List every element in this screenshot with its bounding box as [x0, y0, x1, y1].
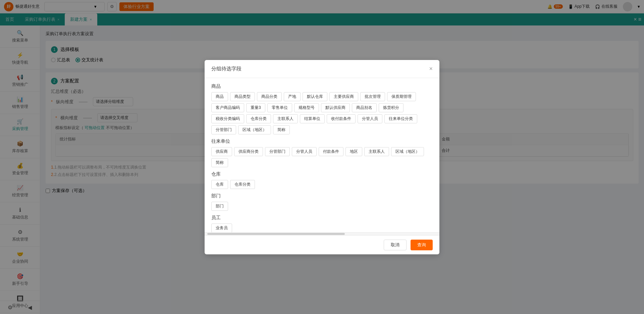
- contact-fields: 供应商 供应商分类 分管部门 分管人员 付款条件 地区 主联系人 区域（地区） …: [211, 147, 433, 167]
- modal-footer: 取消 查询: [205, 235, 439, 254]
- modal-overlay: 分组待选字段 × 商品 商品 商品类型 商品分类 产地 默认仓库 主要供应商 批…: [0, 0, 644, 314]
- field-chip-contact-abbr[interactable]: 简称: [211, 158, 228, 167]
- field-chip-contact-category[interactable]: 往来单位分类: [384, 114, 417, 123]
- modal-title: 分组待选字段: [211, 66, 241, 72]
- field-chip-refine-points[interactable]: 炼货积分: [379, 103, 404, 112]
- field-chip-contact-area[interactable]: 区域（地区）: [391, 147, 424, 156]
- field-chip-tax-code[interactable]: 税收分类编码: [211, 114, 244, 123]
- field-chip-main-supplier[interactable]: 主要供应商: [329, 92, 358, 101]
- section-title-employee: 员工: [211, 215, 433, 221]
- field-chip-payment-terms[interactable]: 收付款条件: [327, 114, 356, 123]
- section-title-warehouse: 仓库: [211, 171, 433, 177]
- section-title-contact: 往来单位: [211, 138, 433, 144]
- field-chip-supervisor[interactable]: 分管人员: [358, 114, 382, 123]
- field-chip-warehouse-category[interactable]: 仓库分类: [246, 114, 271, 123]
- confirm-button[interactable]: 查询: [411, 240, 433, 250]
- modal-header: 分组待选字段 ×: [205, 60, 439, 78]
- modal-horizontal-scrollbar[interactable]: [205, 232, 439, 235]
- warehouse-fields: 仓库 仓库分类: [211, 180, 433, 189]
- field-chip-contact-dept[interactable]: 分管部门: [265, 147, 290, 156]
- cancel-button[interactable]: 取消: [384, 240, 407, 250]
- field-chip-settlement-unit[interactable]: 结算单位: [300, 114, 325, 123]
- field-chip-contact-region[interactable]: 地区: [345, 147, 362, 156]
- field-chip-contact-payment[interactable]: 付款条件: [319, 147, 343, 156]
- field-chip-contact-main-contact[interactable]: 主联系人: [364, 147, 389, 156]
- field-chip-origin[interactable]: 产地: [284, 92, 301, 101]
- field-chip-dept[interactable]: 部门: [211, 202, 228, 211]
- field-chip-supplier-category[interactable]: 供应商分类: [234, 147, 263, 156]
- section-title-dept: 部门: [211, 193, 433, 199]
- dept-fields: 部门: [211, 202, 433, 211]
- employee-fields: 业务员: [211, 224, 433, 233]
- field-chip-customer-code[interactable]: 客户商品编码: [211, 103, 244, 112]
- field-chip-product-type[interactable]: 商品类型: [230, 92, 255, 101]
- modal-dialog: 分组待选字段 × 商品 商品 商品类型 商品分类 产地 默认仓库 主要供应商 批…: [205, 60, 439, 254]
- field-chip-contact-supervisor[interactable]: 分管人员: [292, 147, 317, 156]
- section-title-product: 商品: [211, 83, 433, 89]
- field-chip-abbr[interactable]: 简称: [273, 125, 290, 134]
- field-chip-supplier[interactable]: 供应商: [211, 147, 232, 156]
- field-chip-weight3[interactable]: 重量3: [246, 103, 265, 112]
- field-chip-retail-unit[interactable]: 零售单位: [267, 103, 292, 112]
- field-chip-product[interactable]: 商品: [211, 92, 228, 101]
- modal-close-button[interactable]: ×: [429, 65, 433, 72]
- field-chip-batch-mgmt[interactable]: 批次管理: [360, 92, 385, 101]
- field-chip-default-supplier[interactable]: 默认供应商: [321, 103, 350, 112]
- modal-body[interactable]: 商品 商品 商品类型 商品分类 产地 默认仓库 主要供应商 批次管理 保质期管理…: [205, 78, 439, 233]
- field-chip-dept-mgr[interactable]: 分管部门: [211, 125, 236, 134]
- field-chip-warehouse-cat[interactable]: 仓库分类: [230, 180, 255, 189]
- field-chip-expiry-mgmt[interactable]: 保质期管理: [387, 92, 416, 101]
- field-chip-product-category[interactable]: 商品分类: [257, 92, 282, 101]
- field-chip-spec-model[interactable]: 规格型号: [294, 103, 319, 112]
- product-fields: 商品 商品类型 商品分类 产地 默认仓库 主要供应商 批次管理 保质期管理 客户…: [211, 92, 433, 134]
- field-chip-default-warehouse[interactable]: 默认仓库: [303, 92, 327, 101]
- field-chip-main-contact[interactable]: 主联系人: [273, 114, 298, 123]
- hscroll-thumb: [207, 233, 345, 235]
- field-chip-warehouse[interactable]: 仓库: [211, 180, 228, 189]
- field-chip-region[interactable]: 区域（地区）: [238, 125, 271, 134]
- field-chip-product-alias[interactable]: 商品别名: [352, 103, 377, 112]
- field-chip-salesperson[interactable]: 业务员: [211, 224, 232, 233]
